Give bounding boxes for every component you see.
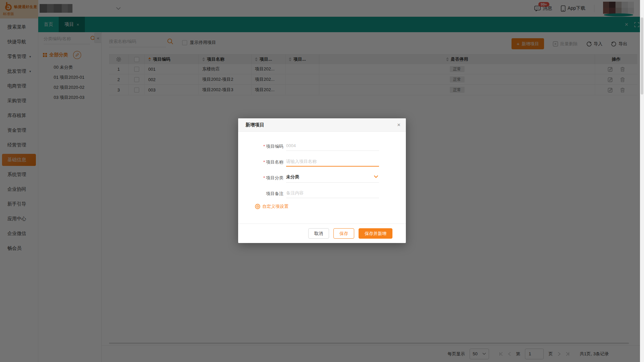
project-code-input[interactable] [286, 142, 379, 151]
close-icon[interactable]: × [397, 122, 400, 128]
project-name-input[interactable] [286, 158, 379, 167]
cancel-button[interactable]: 取消 [308, 228, 329, 239]
modal-title: 新增项目 [246, 122, 264, 128]
project-note-input[interactable] [286, 189, 379, 198]
modal-header: 新增项目 × [238, 118, 406, 132]
project-category-select[interactable]: 未分类 [286, 173, 379, 183]
required-asterisk: * [263, 175, 265, 180]
modal-body: *项目编码 *项目名称 *项目分类 未分类 项目备注 [238, 132, 406, 209]
gear-circle-icon [255, 204, 260, 209]
field-project-name: *项目名称 [238, 154, 406, 170]
vertical-scrollbar[interactable] [640, 0, 644, 362]
field-project-category: *项目分类 未分类 [238, 170, 406, 186]
scrollbar-thumb[interactable] [641, 17, 643, 95]
modal-footer: 取消 保存 保存并新增 [238, 224, 406, 243]
required-asterisk: * [263, 144, 265, 149]
custom-fields-settings-link[interactable]: 自定义项设置 [255, 203, 406, 209]
field-project-note: 项目备注 [238, 186, 406, 201]
add-project-modal: 新增项目 × *项目编码 *项目名称 *项目分类 未分类 项目备 [238, 118, 406, 243]
required-asterisk: * [263, 160, 265, 165]
save-and-new-button[interactable]: 保存并新增 [359, 228, 392, 239]
save-button[interactable]: 保存 [333, 228, 354, 239]
field-project-code: *项目编码 [238, 138, 406, 154]
chevron-down-icon [374, 175, 378, 178]
